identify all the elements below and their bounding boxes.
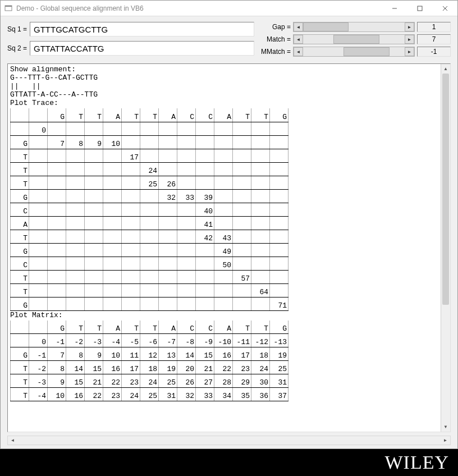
mmatch-value: -1 (417, 47, 451, 57)
brand-text: WILEY (384, 452, 449, 473)
mmatch-slider[interactable]: ◄ ► (293, 47, 415, 57)
match-value: 7 (417, 34, 451, 44)
horizontal-scrollbar[interactable]: ◄ ► (7, 436, 451, 445)
output-area: Show alignment:G---TTT-G--CAT-GCTTG|| ||… (7, 63, 451, 432)
minimize-button[interactable] (382, 1, 407, 16)
output-text[interactable]: Show alignment:G---TTT-G--CAT-GCTTG|| ||… (8, 64, 441, 432)
app-window: Demo - Global sequence alignment in VB6 … (0, 0, 458, 449)
right-arrow-icon[interactable]: ► (441, 436, 450, 445)
match-slider[interactable]: ◄ ► (293, 34, 415, 44)
sq2-label: Sq 2 = (7, 44, 30, 52)
left-arrow-icon[interactable]: ◄ (294, 35, 303, 44)
branding-footer: WILEY (0, 449, 458, 476)
titlebar[interactable]: Demo - Global sequence alignment in VB6 (1, 1, 457, 16)
scrollbar-thumb[interactable] (442, 74, 449, 305)
sq1-label: Sq 1 = (7, 25, 30, 33)
app-icon (4, 4, 13, 13)
maximize-button[interactable] (407, 1, 432, 16)
svg-rect-3 (418, 6, 422, 11)
right-arrow-icon[interactable]: ► (405, 22, 414, 31)
left-arrow-icon[interactable]: ◄ (294, 22, 303, 31)
sq2-input[interactable] (30, 41, 254, 56)
svg-rect-1 (5, 6, 12, 7)
close-button[interactable] (432, 1, 457, 16)
gap-value: 1 (417, 22, 451, 32)
left-arrow-icon[interactable]: ◄ (294, 47, 303, 56)
match-label: Match = (260, 35, 291, 43)
right-arrow-icon[interactable]: ► (405, 47, 414, 56)
up-arrow-icon[interactable]: ▲ (441, 64, 450, 74)
left-arrow-icon[interactable]: ◄ (8, 436, 17, 445)
window-title: Demo - Global sequence alignment in VB6 (16, 4, 144, 12)
sq1-input[interactable] (30, 22, 254, 36)
down-arrow-icon[interactable]: ▼ (441, 422, 450, 432)
vertical-scrollbar[interactable]: ▲ ▼ (441, 64, 450, 432)
input-panel: Sq 1 = Sq 2 = Gap = ◄ ► 1 Match = (1, 16, 457, 63)
mmatch-label: MMatch = (260, 48, 291, 56)
gap-slider[interactable]: ◄ ► (293, 22, 415, 32)
gap-label: Gap = (260, 23, 291, 31)
right-arrow-icon[interactable]: ► (405, 35, 414, 44)
